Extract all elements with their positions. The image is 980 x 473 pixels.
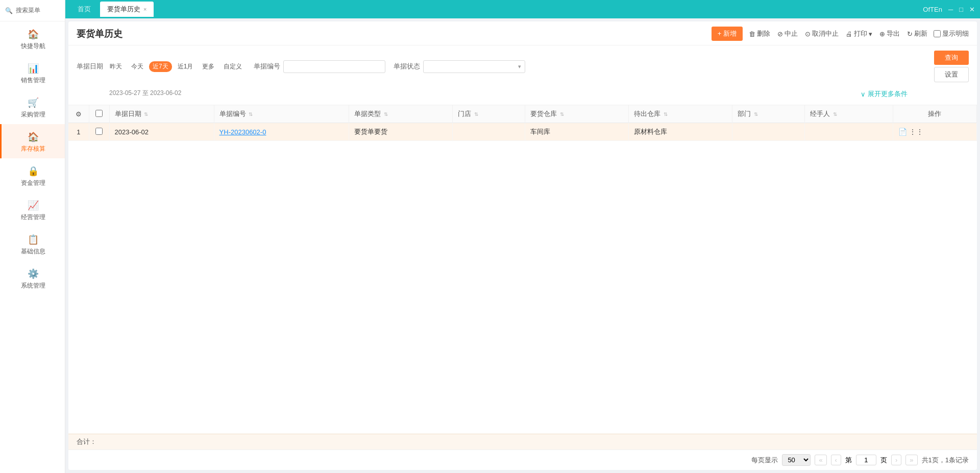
per-page-select[interactable]: 50 100 200 (782, 454, 811, 466)
table-area: ⚙ 单据日期 ⇅ 单据编号 ⇅ 单据类型 ⇅ 门店 ⇅ 要货仓库 ⇅ 待出仓库 … (68, 105, 977, 434)
tab-history[interactable]: 要货单历史× (100, 2, 154, 17)
th-department: 部门 ⇅ (732, 105, 805, 123)
td-rownum: 1 (68, 123, 89, 141)
sidebar-search-label: 搜索菜单 (16, 6, 40, 15)
th-type: 单据类型 ⇅ (349, 105, 452, 123)
basic-label: 基础信息 (21, 247, 45, 256)
sidebar-item-system[interactable]: ⚙️ 系统管理 (0, 261, 65, 295)
date-opt-昨天[interactable]: 昨天 (106, 61, 126, 72)
tab-home[interactable]: 首页 (70, 2, 98, 17)
select-all-checkbox[interactable] (95, 110, 103, 117)
view-action-icon[interactable]: 📄 (898, 128, 907, 136)
sidebar-search[interactable]: 🔍 搜索菜单 (0, 0, 65, 21)
table-row: 1 2023-06-02 YH-20230602-0 要货单要货 车间库 原材料… (68, 123, 977, 141)
doc-number-label: 单据编号 (254, 62, 280, 71)
sidebar-item-basic[interactable]: 📋 基础信息 (0, 227, 65, 261)
td-type: 要货单要货 (349, 123, 452, 141)
td-handler (805, 123, 893, 141)
th-pending-warehouse: 待出仓库 ⇅ (629, 105, 732, 123)
status-select[interactable] (423, 60, 525, 73)
print-button[interactable]: 🖨 打印 ▾ (845, 27, 873, 40)
last-page-button[interactable]: » (905, 455, 917, 465)
add-button[interactable]: + 新增 (712, 27, 743, 41)
pagination: 每页显示 50 100 200 « ‹ 第 页 › » 共1页，1条记录 (68, 450, 977, 470)
sidebar-item-finance[interactable]: 🔒 资金管理 (0, 158, 65, 193)
status-filter-label: 单据状态 (394, 62, 420, 71)
system-label: 系统管理 (21, 281, 45, 290)
sidebar-item-purchase[interactable]: 🛒 采购管理 (0, 90, 65, 124)
doc-number-link[interactable]: YH-20230602-0 (219, 128, 266, 136)
th-checkbox[interactable] (89, 105, 109, 123)
th-number: 单据编号 ⇅ (214, 105, 349, 123)
table-head: ⚙ 单据日期 ⇅ 单据编号 ⇅ 单据类型 ⇅ 门店 ⇅ 要货仓库 ⇅ 待出仓库 … (68, 105, 977, 123)
purchase-icon: 🛒 (28, 97, 39, 108)
date-options: 昨天今天近7天近1月更多自定义 (106, 61, 246, 72)
page-number-input[interactable] (856, 455, 876, 465)
filter-area: 单据日期 昨天今天近7天近1月更多自定义 单据编号 单据状态 (68, 45, 977, 105)
expand-more-button[interactable]: ∨ 展开更多条件 (861, 87, 908, 101)
date-opt-近7天[interactable]: 近7天 (149, 61, 172, 72)
th-date: 单据日期 ⇅ (109, 105, 214, 123)
date-opt-更多[interactable]: 更多 (199, 61, 218, 72)
cancel-stop-button[interactable]: ⊙ 取消中止 (804, 27, 840, 40)
date-filter-label: 单据日期 (77, 62, 103, 71)
sidebar-item-inventory[interactable]: 🏠 库存核算 (0, 124, 65, 158)
quick-nav-label: 快捷导航 (21, 42, 45, 51)
display-detail-checkbox[interactable] (934, 30, 941, 37)
doc-number-input[interactable] (283, 60, 385, 73)
setting-button[interactable]: 设置 (934, 67, 969, 82)
main-area: 首页要货单历史× OfTEn ─ □ ✕ 要货单历史 + 新增 🗑 删除 ⊘ 中… (65, 0, 980, 473)
expand-icon: ∨ (861, 90, 866, 98)
th-settings: ⚙ (68, 105, 89, 123)
first-page-button[interactable]: « (815, 455, 826, 465)
operations-label: 经营管理 (21, 213, 45, 222)
td-checkbox[interactable] (89, 123, 109, 141)
delete-button[interactable]: 🗑 删除 (748, 27, 771, 40)
td-actions: 📄 ⋮⋮ (893, 123, 976, 141)
table-footer: 合计： (68, 434, 977, 450)
display-detail-toggle[interactable]: 显示明细 (934, 29, 969, 38)
next-page-button[interactable]: › (891, 455, 901, 465)
query-buttons: 查询 设置 (934, 51, 969, 82)
page-header: 要货单历史 + 新增 🗑 删除 ⊘ 中止 ⊙ 取消中止 🖨 打印 (68, 21, 977, 45)
status-filter: 单据状态 (394, 60, 525, 73)
delete-icon: 🗑 (749, 30, 755, 38)
export-button[interactable]: ⊕ 导出 (878, 27, 901, 40)
td-store (453, 123, 525, 141)
purchase-label: 采购管理 (21, 110, 45, 119)
th-req-warehouse: 要货仓库 ⇅ (525, 105, 629, 123)
date-opt-今天[interactable]: 今天 (128, 61, 147, 72)
per-page-label: 每页显示 (751, 456, 778, 465)
tab-bar: 首页要货单历史× OfTEn ─ □ ✕ (65, 0, 980, 18)
th-action: 操作 (893, 105, 976, 123)
maximize-button[interactable]: □ (959, 6, 963, 13)
sidebar-item-quick-nav[interactable]: 🏠 快捷导航 (0, 21, 65, 56)
close-button[interactable]: ✕ (969, 6, 975, 13)
page-suffix: 页 (880, 456, 887, 465)
inventory-label: 库存核算 (21, 145, 45, 153)
minimize-button[interactable]: ─ (948, 6, 953, 13)
prev-page-button[interactable]: ‹ (831, 455, 841, 465)
row-checkbox[interactable] (95, 128, 103, 135)
more-action-icon[interactable]: ⋮⋮ (909, 128, 923, 136)
toolbar: + 新增 🗑 删除 ⊘ 中止 ⊙ 取消中止 🖨 打印 ▾ (712, 27, 969, 41)
page-label: 第 (845, 456, 852, 465)
data-table: ⚙ 单据日期 ⇅ 单据编号 ⇅ 单据类型 ⇅ 门店 ⇅ 要货仓库 ⇅ 待出仓库 … (68, 105, 977, 141)
query-button[interactable]: 查询 (934, 51, 969, 65)
print-icon: 🖨 (846, 30, 852, 38)
td-department (732, 123, 805, 141)
date-opt-近1月[interactable]: 近1月 (174, 61, 197, 72)
date-opt-自定义[interactable]: 自定义 (220, 61, 246, 72)
refresh-button[interactable]: ↻ 刷新 (906, 27, 928, 40)
tab-close-history[interactable]: × (143, 7, 146, 12)
table-body: 1 2023-06-02 YH-20230602-0 要货单要货 车间库 原材料… (68, 123, 977, 141)
search-icon: 🔍 (5, 7, 13, 14)
finance-icon: 🔒 (28, 165, 39, 177)
export-icon: ⊕ (879, 30, 885, 38)
sidebar: 🔍 搜索菜单 🏠 快捷导航 📊 销售管理 🛒 采购管理 🏠 库存核算 🔒 资金管… (0, 0, 65, 473)
stop-button[interactable]: ⊘ 中止 (776, 27, 799, 40)
sidebar-item-sales[interactable]: 📊 销售管理 (0, 56, 65, 90)
sidebar-item-operations[interactable]: 📈 经营管理 (0, 193, 65, 227)
sum-label: 合计： (77, 437, 96, 446)
page-title: 要货单历史 (77, 28, 122, 40)
